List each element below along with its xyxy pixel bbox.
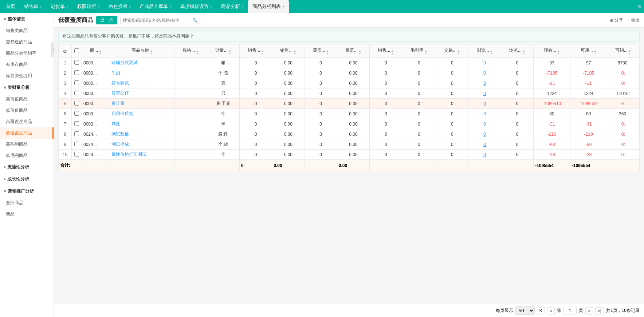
close-icon[interactable]: × (66, 5, 68, 9)
row-browse1[interactable]: 0 (468, 68, 501, 78)
sidebar-item-all-products[interactable]: 全部商品 (0, 197, 54, 209)
row-name[interactable]: 测试数量 (110, 129, 174, 139)
sidebar-item-high-value[interactable]: 高价值商品 (0, 94, 54, 105)
share-button[interactable]: ⊕ 分享 (610, 17, 623, 23)
row-checkbox[interactable] (74, 101, 79, 106)
row-cover-qty: 0 (305, 78, 337, 88)
row-checkbox[interactable] (74, 91, 79, 95)
page-size-select[interactable]: 50 20 100 (515, 306, 535, 315)
sidebar-section-liquidity[interactable]: > 流通性分析 (0, 161, 54, 173)
col-cover-qty: 覆盖...▲▼ (305, 45, 337, 58)
row-name[interactable]: 属性 (110, 119, 174, 129)
row-browse1[interactable]: 0 (468, 129, 501, 139)
last-page-button[interactable]: >| (595, 307, 604, 314)
sidebar-section-growth[interactable]: > 成长性分析 (0, 173, 54, 185)
sidebar-item-new-products[interactable]: 新品 (0, 209, 54, 220)
row-browse1[interactable]: 0 (468, 88, 501, 99)
row-unit: 箱 (207, 58, 239, 68)
nav-tab-roles[interactable]: 角色授权 × (104, 0, 136, 13)
search-icon[interactable]: 🔍 (192, 18, 198, 23)
sidebar-item-low-margin[interactable]: 低毛利商品 (0, 150, 54, 161)
sidebar-item-category-rate[interactable]: 商品分类动销率 (0, 48, 54, 59)
select-all-checkbox[interactable] (74, 48, 79, 53)
row-browse1[interactable]: 0 (468, 58, 501, 68)
nav-tab-sales[interactable]: 销售单 × (20, 0, 46, 13)
sidebar-item-traded-products[interactable]: 交易过的商品 (0, 36, 54, 48)
search-box: 🔍 (120, 17, 200, 24)
nav-tab-permissions[interactable]: 权限设置 × (73, 0, 104, 13)
row-sales-amt: 0.00 (272, 139, 305, 150)
nav-tab-product-analysis[interactable]: 商品分析 × (217, 0, 248, 13)
close-all-button[interactable]: × (638, 3, 641, 10)
row-checkbox-cell (72, 139, 82, 150)
row-name[interactable]: 服宝公仔 (110, 88, 174, 99)
row-browse1[interactable]: 0 (468, 78, 501, 88)
row-browse2: 0 (501, 139, 533, 150)
row-browse1[interactable]: 0 (468, 119, 501, 129)
totals-empty-2 (110, 160, 174, 171)
close-icon[interactable]: × (169, 5, 172, 9)
sidebar-section-marketing[interactable]: ∨ 营销推广分析 (0, 185, 54, 197)
sidebar-item-low-coverage[interactable]: 低覆盖度商品 (0, 127, 54, 139)
sidebar-item-stock-capital[interactable]: 库存资金占用 (0, 70, 54, 82)
row-browse1[interactable]: 0 (468, 139, 501, 150)
prev-page-button[interactable]: < (547, 307, 555, 314)
row-checkbox[interactable] (74, 142, 79, 146)
nav-tab-home[interactable]: 首页 (1, 0, 20, 13)
row-current-stock: -11 (534, 78, 570, 88)
row-name[interactable]: 旺辅批次测试 (110, 58, 174, 68)
search-input[interactable] (123, 18, 191, 23)
nav-bar: 首页 销售单 × 进货单 × 权限设置 × 角色授权 × 产成品入库单 × 单据… (0, 0, 644, 13)
row-code: 0000... (82, 88, 110, 99)
nav-tab-template-settings[interactable]: 单据模板设置 × (176, 0, 217, 13)
first-page-button[interactable]: K (537, 307, 545, 314)
settings-icon[interactable]: ⚙ (63, 48, 67, 54)
close-icon[interactable]: × (210, 5, 212, 9)
row-checkbox[interactable] (74, 152, 79, 156)
close-icon[interactable]: × (242, 5, 244, 9)
sidebar-section-overall[interactable]: ∨ 整体信息 (0, 13, 54, 25)
row-checkbox[interactable] (74, 70, 79, 75)
row-checkbox[interactable] (74, 131, 79, 136)
sidebar-item-sales-products[interactable]: 销售类商品 (0, 25, 54, 36)
row-name[interactable]: 属性价格打印测试 (110, 150, 174, 160)
row-checkbox-cell (72, 99, 82, 109)
sidebar-item-low-value[interactable]: 低价值商品 (0, 105, 54, 116)
row-checkbox[interactable] (74, 121, 79, 126)
sidebar-collapse-button[interactable]: « (51, 42, 54, 57)
nav-tab-purchase[interactable]: 进货单 × (46, 0, 73, 13)
nav-tab-product-analysis-list[interactable]: 商品分析列表 × (248, 0, 289, 13)
page-number-input[interactable] (564, 307, 577, 314)
row-cover-qty: 0 (305, 119, 337, 129)
row-name[interactable]: 启用保质期 (110, 109, 174, 119)
sidebar-item-stocked-products[interactable]: 有库存商品 (0, 59, 54, 70)
sidebar-item-high-coverage[interactable]: 高覆盖度商品 (0, 116, 54, 127)
sidebar-section-wealth[interactable]: ∨ 类财富分析 (0, 82, 54, 94)
row-checkbox[interactable] (74, 80, 79, 85)
close-icon[interactable]: × (282, 5, 284, 9)
row-name[interactable]: 符号测试 (110, 78, 174, 88)
row-browse1[interactable]: 0 (468, 109, 501, 119)
row-gross-margin: 0 (402, 109, 436, 119)
row-sales-days: 0 (370, 68, 402, 78)
row-current-stock: -210 (534, 129, 570, 139)
close-icon[interactable]: × (40, 5, 42, 9)
row-name[interactable]: 牛奶 (110, 68, 174, 78)
row-browse1[interactable]: 0 (468, 99, 501, 109)
row-name[interactable]: 测试提成 (110, 139, 174, 150)
export-button[interactable]: ↑ 导出 (628, 17, 640, 23)
row-name[interactable]: 多计量 (110, 99, 174, 109)
next-page-button[interactable]: > (585, 307, 593, 314)
row-unit: 克 (207, 78, 239, 88)
sidebar-item-high-margin[interactable]: 高毛利商品 (0, 139, 54, 150)
period-button[interactable]: 近一月 (96, 16, 117, 24)
close-icon[interactable]: × (98, 5, 100, 9)
nav-tab-product-inbound[interactable]: 产成品入库单 × (135, 0, 176, 13)
row-checkbox[interactable] (74, 111, 79, 116)
row-checkbox[interactable] (74, 60, 79, 65)
row-trans: 0 (436, 58, 468, 68)
close-icon[interactable]: × (129, 5, 131, 9)
row-browse1[interactable]: 0 (468, 150, 501, 160)
row-browse2: 0 (501, 99, 533, 109)
row-code: 0000... (82, 68, 110, 78)
